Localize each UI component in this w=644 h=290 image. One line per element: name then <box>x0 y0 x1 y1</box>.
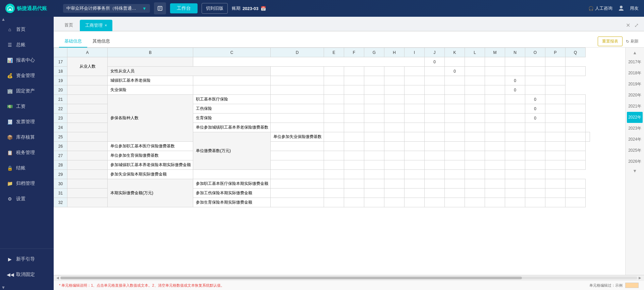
year-item[interactable]: 2023年 <box>627 123 643 134</box>
grid-area[interactable]: A B C D E F G H I J <box>54 48 625 275</box>
empty-cell[interactable] <box>344 189 364 198</box>
sidebar-item-close[interactable]: 🔒 结账 <box>0 160 54 176</box>
empty-cell[interactable] <box>485 123 505 132</box>
col-a-cell[interactable] <box>67 104 108 114</box>
empty-cell[interactable] <box>405 95 425 104</box>
empty-cell[interactable] <box>525 151 545 160</box>
sidebar-item-reports[interactable]: 📊 报表中心 <box>0 53 54 68</box>
reset-report-button[interactable]: 重置报表 <box>598 37 623 46</box>
sidebar-item-inventory[interactable]: 📦 库存核算 <box>0 130 54 145</box>
empty-cell[interactable] <box>465 170 485 179</box>
empty-cell[interactable] <box>425 132 445 142</box>
tab-close-button[interactable]: × <box>105 23 107 28</box>
empty-cell[interactable] <box>485 114 505 123</box>
user-avatar[interactable] <box>618 5 625 12</box>
empty-cell[interactable] <box>384 123 405 132</box>
col-a-cell[interactable]: 从业人数 <box>67 57 108 76</box>
empty-cell[interactable] <box>271 104 324 114</box>
empty-cell[interactable] <box>545 198 566 207</box>
empty-cell[interactable] <box>505 151 525 160</box>
col-a-cell[interactable] <box>67 198 108 207</box>
year-item[interactable]: 2018年 <box>627 68 643 79</box>
empty-cell[interactable] <box>364 189 384 198</box>
empty-cell[interactable] <box>425 123 445 132</box>
empty-cell[interactable] <box>425 170 445 179</box>
empty-cell[interactable] <box>344 179 364 189</box>
empty-cell[interactable] <box>485 198 505 207</box>
empty-cell[interactable] <box>485 67 505 76</box>
empty-cell[interactable] <box>324 132 344 142</box>
empty-cell[interactable] <box>405 76 425 85</box>
empty-cell[interactable] <box>445 104 465 114</box>
empty-cell[interactable] <box>485 170 505 179</box>
empty-cell[interactable] <box>545 132 566 142</box>
empty-cell[interactable] <box>193 170 271 179</box>
empty-cell[interactable] <box>465 85 485 95</box>
empty-cell[interactable] <box>364 198 384 207</box>
col-a-cell[interactable] <box>67 179 108 189</box>
empty-cell[interactable] <box>566 189 586 198</box>
empty-cell[interactable] <box>324 85 344 95</box>
empty-cell[interactable] <box>485 160 505 170</box>
sidebar-scroll-down[interactable]: ▼ <box>0 285 7 290</box>
empty-cell[interactable] <box>505 132 525 142</box>
empty-cell[interactable] <box>465 104 485 114</box>
col-c-cell[interactable]: 参加失业保险本期实际缴费金额 <box>108 170 193 179</box>
empty-cell[interactable] <box>566 198 586 207</box>
empty-cell[interactable] <box>344 142 364 151</box>
empty-cell[interactable] <box>405 142 425 151</box>
empty-cell[interactable] <box>485 95 505 104</box>
empty-cell[interactable] <box>384 132 405 142</box>
col-a-cell[interactable] <box>67 95 108 104</box>
empty-cell[interactable] <box>324 142 344 151</box>
empty-cell[interactable] <box>425 67 445 76</box>
empty-cell[interactable] <box>505 198 525 207</box>
empty-cell[interactable] <box>405 123 425 132</box>
empty-cell[interactable] <box>324 76 344 85</box>
empty-cell[interactable] <box>545 179 566 189</box>
year-item[interactable]: 2019年 <box>627 79 643 90</box>
empty-cell[interactable] <box>271 160 324 170</box>
company-icon-btn[interactable] <box>154 2 166 14</box>
year-item[interactable]: 2025年 <box>627 145 643 156</box>
empty-cell[interactable] <box>425 104 445 114</box>
empty-cell[interactable] <box>384 170 405 179</box>
calendar-icon[interactable]: 📅 <box>261 6 266 11</box>
empty-cell[interactable] <box>505 142 525 151</box>
col-a-cell[interactable] <box>67 114 108 123</box>
empty-cell[interactable] <box>566 179 586 189</box>
cell-o[interactable]: 0 <box>525 114 545 123</box>
empty-cell[interactable] <box>566 95 586 104</box>
empty-cell[interactable] <box>271 76 324 85</box>
empty-cell[interactable] <box>505 123 525 132</box>
empty-cell[interactable] <box>566 132 586 142</box>
empty-cell[interactable] <box>586 132 590 142</box>
empty-cell[interactable] <box>384 151 405 160</box>
col-a-cell[interactable] <box>67 170 108 179</box>
empty-cell[interactable] <box>405 67 425 76</box>
col-a-cell[interactable] <box>67 123 108 132</box>
empty-cell[interactable] <box>364 160 384 170</box>
empty-cell[interactable] <box>271 170 324 179</box>
empty-cell[interactable] <box>344 198 364 207</box>
sub-tab-basic[interactable]: 基础信息 <box>59 35 87 48</box>
empty-cell[interactable] <box>324 95 344 104</box>
empty-cell[interactable] <box>324 151 344 160</box>
col-c-cell[interactable]: 工伤保险 <box>193 104 271 114</box>
empty-cell[interactable] <box>525 85 545 95</box>
empty-cell[interactable] <box>445 170 465 179</box>
empty-cell[interactable] <box>344 67 364 76</box>
sidebar-item-wages[interactable]: 💵 工资 <box>0 99 54 114</box>
empty-cell[interactable] <box>465 179 485 189</box>
empty-cell[interactable] <box>566 123 586 132</box>
empty-cell[interactable] <box>485 57 505 67</box>
col-b-cell[interactable]: 本期实际缴费金额(万元) <box>108 179 193 207</box>
empty-cell[interactable] <box>545 114 566 123</box>
empty-cell[interactable] <box>271 114 324 123</box>
col-b-cell[interactable]: 单位缴费基数(万元) <box>193 132 271 170</box>
empty-cell[interactable] <box>405 160 425 170</box>
col-c-cell[interactable]: 参加工伤保险本期实际缴费金额 <box>193 189 271 198</box>
empty-cell[interactable] <box>525 132 545 142</box>
empty-cell[interactable] <box>465 160 485 170</box>
empty-cell[interactable] <box>485 76 505 85</box>
